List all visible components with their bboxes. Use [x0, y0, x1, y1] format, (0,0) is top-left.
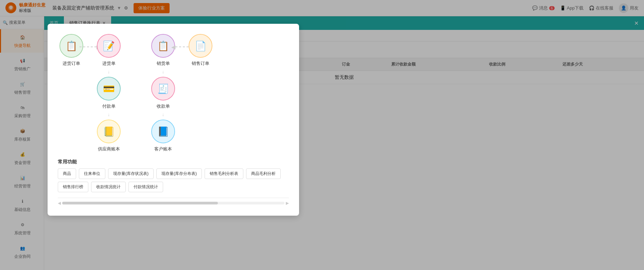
btn-product[interactable]: 商品 — [58, 168, 76, 179]
btn-sales-rank[interactable]: 销售排行榜 — [58, 182, 88, 192]
arrow-v1: ↓ — [108, 69, 110, 74]
scroll-right-icon[interactable]: ▶ — [286, 201, 289, 205]
btn-sales-profit[interactable]: 销售毛利分析表 — [205, 168, 243, 179]
common-buttons: 商品 往来单位 现存量(库存状况表) 现存量(库存分布表) 销售毛利分析表 商品… — [58, 168, 289, 179]
flow-sale-order[interactable]: 📄 销售订单 — [189, 34, 212, 67]
btn-product-profit[interactable]: 商品毛利分析 — [246, 168, 281, 179]
arrow-v2: ↓ — [162, 69, 164, 74]
arrow-v3: ↓ — [108, 112, 110, 117]
payment-slip-icon: 💳 — [97, 77, 121, 101]
scroll-left-icon[interactable]: ◀ — [58, 201, 61, 205]
arrow-v4: ↓ — [162, 112, 164, 117]
btn-stock-status[interactable]: 现存量(库存状况表) — [108, 168, 154, 179]
flow-supplier-account[interactable]: 📒 供应商账本 — [97, 120, 121, 152]
modal-overlay[interactable]: 📋 进货订单 ▶ 📝 进货单 📋 销货单 ◀ 📄 销售订单 — [0, 0, 644, 270]
receipt-slip-icon: 🧾 — [151, 77, 175, 101]
supplier-account-icon: 📒 — [97, 120, 121, 143]
common-functions-title: 常用功能 — [58, 159, 289, 165]
flow-purchase-slip[interactable]: 📝 进货单 — [97, 34, 121, 67]
flow-receipt-slip[interactable]: 🧾 收款单 — [151, 77, 175, 109]
flow-payment-slip[interactable]: 💳 付款单 — [97, 77, 121, 109]
customer-account-icon: 📘 — [151, 120, 175, 143]
quick-nav-modal: 📋 进货订单 ▶ 📝 进货单 📋 销货单 ◀ 📄 销售订单 — [48, 24, 299, 216]
common-buttons-row2: 销售排行榜 收款情况统计 付款情况统计 — [58, 182, 289, 192]
btn-stock-dist[interactable]: 现存量(库存分布表) — [156, 168, 202, 179]
flow-customer-account[interactable]: 📘 客户账本 — [151, 120, 175, 152]
btn-receipt-stats[interactable]: 收款情况统计 — [91, 182, 126, 192]
btn-partner[interactable]: 往来单位 — [79, 168, 105, 179]
scrollbar-thumb[interactable] — [62, 202, 218, 204]
btn-payment-stats[interactable]: 付款情况统计 — [128, 182, 163, 192]
modal-scroll-area: ◀ ▶ — [58, 198, 289, 205]
purchase-slip-icon: 📝 — [97, 34, 121, 58]
sale-order-icon: 📄 — [189, 34, 212, 58]
flow-diagram: 📋 进货订单 ▶ 📝 进货单 📋 销货单 ◀ 📄 销售订单 — [58, 34, 289, 152]
